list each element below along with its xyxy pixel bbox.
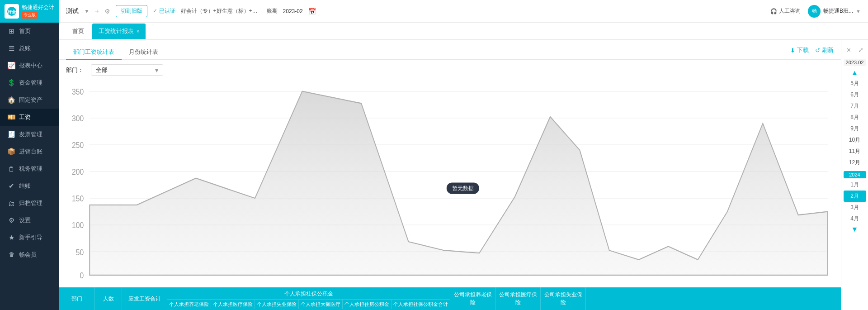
toolbar: 部门： 全部 销售部 财务部 人事部 技术部 ▼ [59, 60, 841, 80]
sub-tab-monthly[interactable]: 月份统计表 [122, 45, 165, 60]
th-total-salary: 应发工资合计 [122, 287, 167, 310]
rp-month-9[interactable]: 9月 [844, 123, 866, 134]
guide-icon: ★ [7, 234, 15, 242]
sidebar-item-label: 结账 [19, 182, 31, 190]
logo-badge: 专业版 [22, 12, 38, 19]
svg-text:200: 200 [72, 167, 84, 176]
gear-icon[interactable]: ⚙ [104, 8, 110, 15]
rp-year-badge-2024: 2024 [844, 171, 866, 178]
logo-icon: 好会 [5, 4, 19, 19]
dept-label: 部门： [66, 66, 84, 74]
purchase-icon: 📦 [7, 148, 15, 156]
account-tags: 好会计（专）+好生意（标）+… [181, 7, 258, 15]
panel-header: × ⤢ [841, 43, 868, 59]
refresh-btn[interactable]: ↺ 刷新 [815, 46, 834, 54]
th-count: 人数 [95, 287, 122, 310]
content-wrapper: 部门工资统计表 月份统计表 ⬇ 下载 ↺ 刷新 [59, 40, 868, 310]
sidebar-item-purchase[interactable]: 📦 进销台账 [0, 143, 59, 160]
right-panel: × ⤢ 2023.02 ▲ 5月 6月 7月 8月 9月 10月 11月 12月… [841, 40, 868, 310]
user-name: 畅捷通B班... [823, 7, 853, 15]
expand-panel-btn[interactable]: ⤢ [855, 45, 866, 55]
sidebar-item-label: 新手引导 [19, 234, 42, 242]
rp-up-arrow[interactable]: ▲ [850, 68, 859, 78]
logo: 好会 畅捷通好会计 专业版 [0, 0, 59, 23]
assets-icon: 🏠 [7, 96, 15, 104]
sub-tab-dept[interactable]: 部门工资统计表 [66, 45, 122, 60]
user-info[interactable]: 畅 畅捷通B班... ▼ [808, 5, 861, 18]
sidebar-item-vip[interactable]: ♛ 畅会员 [0, 246, 59, 263]
dropdown-arrow-icon[interactable]: ▼ [84, 8, 90, 14]
rp-month-11[interactable]: 11月 [844, 146, 866, 157]
vip-icon: ♛ [7, 251, 15, 259]
svg-text:100: 100 [72, 221, 84, 230]
rp-month-5[interactable]: 5月 [844, 78, 866, 89]
rp-month-4[interactable]: 4月 [844, 213, 866, 224]
rp-month-8[interactable]: 8月 [844, 112, 866, 123]
rp-month-2-active[interactable]: 2月 [844, 191, 866, 202]
sidebar-item-archive[interactable]: 🗂 归档管理 [0, 195, 59, 212]
sidebar-item-report[interactable]: 📈 报表中心 [0, 57, 59, 74]
user-dropdown-icon: ▼ [856, 9, 861, 14]
tab-close-icon[interactable]: × [137, 29, 139, 34]
avatar: 畅 [808, 5, 821, 18]
sidebar-item-label: 进销台账 [19, 148, 42, 156]
table-header: 部门 人数 应发工资合计 个人承担社保公积金 个人承担养老保险 个人承担医疗保险… [59, 287, 841, 310]
report-icon: 📈 [7, 62, 15, 70]
sidebar-item-label: 固定资产 [19, 96, 42, 104]
sidebar-item-salary[interactable]: 💴 工资 [0, 109, 59, 126]
th-dept: 部门 [59, 287, 95, 310]
sidebar-item-home[interactable]: ⊞ 首页 [0, 23, 59, 40]
sidebar-item-label: 首页 [19, 27, 31, 35]
close-panel-btn[interactable]: × [844, 45, 854, 55]
sidebar-item-funds[interactable]: 💲 资金管理 [0, 74, 59, 91]
th-company-pension: 公司承担养老保险 [450, 287, 495, 310]
sidebar-item-assets[interactable]: 🏠 固定资产 [0, 91, 59, 109]
rp-down-arrow[interactable]: ▼ [850, 224, 859, 234]
content: 部门工资统计表 月份统计表 ⬇ 下载 ↺ 刷新 [59, 40, 841, 310]
dept-select[interactable]: 全部 销售部 财务部 人事部 技术部 [91, 64, 163, 76]
sidebar-item-label: 畅会员 [19, 251, 37, 259]
add-icon[interactable]: + [95, 7, 99, 15]
sidebar-item-settings[interactable]: ⚙ 设置 [0, 212, 59, 229]
rp-month-1[interactable]: 1月 [844, 179, 866, 191]
tabs-bar: 首页 工资统计报表 × [59, 23, 868, 40]
switch-old-btn[interactable]: 切到旧版 [116, 5, 147, 17]
rp-month-10[interactable]: 10月 [844, 134, 866, 146]
tab-home[interactable]: 首页 [66, 24, 90, 39]
service-btn[interactable]: 🎧 人工咨询 [770, 7, 801, 15]
th-company-unemployment: 公司承担失业保险 [541, 287, 586, 310]
th-personal-unemployment: 个人承担失业保险 [255, 300, 299, 309]
download-btn[interactable]: ⬇ 下载 [790, 46, 809, 54]
sidebar-item-label: 税务管理 [19, 165, 42, 173]
sidebar-item-tax[interactable]: 🗒 税务管理 [0, 160, 59, 177]
rp-month-6[interactable]: 6月 [844, 89, 866, 100]
sidebar-item-invoice[interactable]: 🧾 发票管理 [0, 126, 59, 143]
settle-icon: ✔ [7, 182, 15, 190]
sub-tabs: 部门工资统计表 月份统计表 ⬇ 下载 ↺ 刷新 [59, 40, 841, 60]
ledger-icon: ☰ [7, 44, 15, 52]
tab-salary-report[interactable]: 工资统计报表 × [92, 24, 146, 39]
rp-month-12[interactable]: 12月 [844, 157, 866, 168]
logo-text: 畅捷通好会计 [22, 4, 54, 11]
download-icon: ⬇ [790, 47, 795, 54]
sidebar-item-settle[interactable]: ✔ 结账 [0, 177, 59, 195]
funds-icon: 💲 [7, 79, 15, 87]
calendar-icon[interactable]: 📅 [308, 8, 316, 15]
sidebar-item-guide[interactable]: ★ 新手引导 [0, 229, 59, 246]
sidebar-item-ledger[interactable]: ☰ 总账 [0, 40, 59, 57]
sidebar-item-label: 发票管理 [19, 130, 42, 138]
th-personal-total: 个人承担社保公积金合计 [392, 300, 450, 309]
archive-icon: 🗂 [7, 200, 15, 207]
dept-wrapper: 全部 销售部 财务部 人事部 技术部 ▼ [91, 64, 163, 76]
svg-text:0: 0 [80, 271, 84, 280]
svg-text:300: 300 [72, 114, 84, 123]
rp-month-3[interactable]: 3月 [844, 202, 866, 213]
sidebar-item-label: 设置 [19, 216, 31, 224]
salary-icon: 💴 [7, 113, 15, 121]
svg-text:好会: 好会 [7, 10, 16, 14]
refresh-icon: ↺ [815, 47, 820, 54]
th-group-label: 个人承担社保公积金 [167, 289, 450, 300]
header: 测试 ▼ + ⚙ 切到旧版 ✓ 已认证 好会计（专）+好生意（标）+… 账期 2… [59, 0, 868, 23]
sidebar-item-label: 工资 [19, 113, 31, 121]
rp-month-7[interactable]: 7月 [844, 100, 866, 112]
